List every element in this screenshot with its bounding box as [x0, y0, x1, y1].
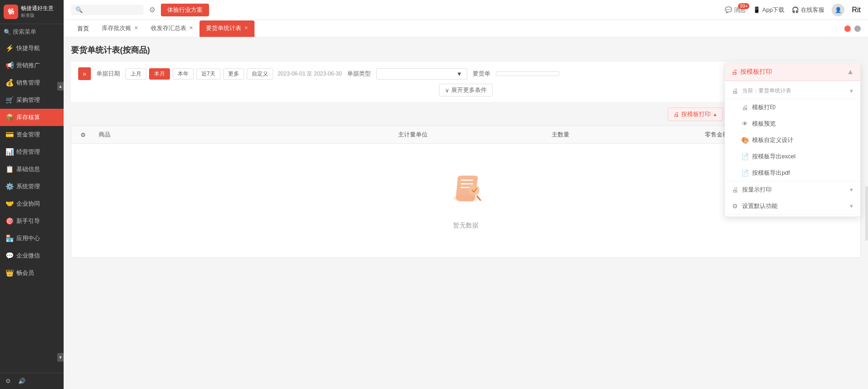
tab-order-stats[interactable]: 要货单统计表 ✕: [200, 20, 254, 37]
dropdown-title-label: 按模板打印: [740, 68, 772, 76]
sidebar-item-sales[interactable]: 💰 销售管理: [0, 74, 64, 91]
collab-icon: 🤝: [5, 200, 14, 208]
print-btn-container: 🖨 按模板打印 ▲: [668, 107, 723, 121]
filter-expand-toggle[interactable]: »: [78, 67, 91, 80]
date-more-btn[interactable]: 更多: [223, 68, 244, 80]
dropdown-template-preview[interactable]: 👁 模板预览: [725, 116, 860, 132]
sidebar-item-member[interactable]: 👑 畅会员: [0, 264, 64, 282]
dropdown-template-section: 🖨 模板打印 👁 模板预览 🎨 模板自定义设计 📄 按模板导出excel: [725, 99, 860, 182]
sidebar-item-quick-nav[interactable]: ⚡ 快捷导航: [0, 40, 64, 57]
topbar-search-box[interactable]: 🔍: [71, 5, 144, 15]
sidebar-item-system[interactable]: ⚙️ 系统管理: [0, 178, 64, 195]
sidebar-item-operation[interactable]: 📊 经营管理: [0, 143, 64, 161]
date-7days-btn[interactable]: 近7天: [196, 68, 220, 80]
sidebar-item-marketing-label: 营销推广: [16, 61, 40, 70]
template-excel-label: 按模板导出excel: [752, 152, 854, 161]
sidebar-footer: ⚙ 🔊: [0, 373, 64, 389]
win-max-btn[interactable]: [854, 25, 861, 32]
template-design-icon: 🎨: [741, 136, 748, 144]
print-button[interactable]: 🖨 按模板打印 ▲: [668, 107, 723, 121]
download-icon: 📱: [753, 6, 760, 13]
tab-inventory-batch[interactable]: 库存批次账 ✕: [95, 20, 145, 37]
sidebar-item-appstore[interactable]: 🏪 应用中心: [0, 230, 64, 247]
type-filter-select[interactable]: ▼: [376, 68, 467, 80]
topbar-gear-icon[interactable]: ⚙: [149, 5, 155, 14]
tab-home[interactable]: 首页: [71, 21, 95, 36]
th-goods: 商品: [95, 131, 394, 139]
th-settings[interactable]: ⚙: [77, 131, 95, 138]
sidebar-scroll-down[interactable]: ▼: [57, 353, 64, 362]
sidebar-scroll-up[interactable]: ▲: [57, 82, 64, 91]
dropdown-display-section: 🖨 按显示打印 ▼ ⚙ 设置默认功能 ▼: [725, 182, 860, 215]
sidebar-item-finance-label: 资金管理: [16, 131, 40, 139]
app-download-label: App下载: [762, 6, 784, 14]
dropdown-current-item[interactable]: 🖨 当前：要货单统计表 ▼: [725, 83, 860, 99]
basic-icon: 📋: [5, 165, 14, 173]
messages-button[interactable]: 💬 消息 99+: [725, 6, 746, 14]
dropdown-print-icon: 🖨: [731, 68, 738, 76]
display-print-arrow: ▼: [849, 187, 854, 192]
svg-point-1: [469, 185, 479, 196]
expand-btn-label: 展开更多条件: [451, 86, 487, 94]
date-curr-month-btn[interactable]: 本月: [149, 68, 170, 80]
app-badge: 标准版: [21, 12, 54, 19]
tab-order-stats-close[interactable]: ✕: [244, 25, 248, 31]
tab-receipt-summary[interactable]: 收发存汇总表 ✕: [145, 20, 200, 37]
print-btn-label: 按模板打印: [681, 110, 711, 118]
footer-sound-icon[interactable]: 🔊: [18, 378, 25, 384]
date-custom-btn[interactable]: 自定义: [247, 68, 273, 80]
sidebar-item-inventory[interactable]: 📦 库存核算: [0, 109, 64, 126]
template-preview-icon: 👁: [741, 120, 748, 127]
require-input[interactable]: [496, 71, 559, 76]
win-close-btn[interactable]: [844, 25, 851, 32]
expand-down-icon: ∨: [445, 87, 449, 94]
message-icon: 💬: [725, 6, 732, 13]
date-curr-year-btn[interactable]: 本年: [173, 68, 194, 80]
tab-receipt-summary-close[interactable]: ✕: [189, 25, 193, 31]
sidebar-nav: ⚡ 快捷导航 📢 营销推广 💰 销售管理 🛒 采购管理 📦 库存核算 💳 资金管…: [0, 40, 64, 373]
page-scrollbar[interactable]: [865, 186, 868, 241]
finance-icon: 💳: [5, 131, 14, 139]
wechat-icon: 💬: [5, 252, 14, 260]
member-icon: 👑: [5, 269, 14, 277]
system-icon: ⚙️: [5, 182, 14, 191]
footer-settings-icon[interactable]: ⚙: [5, 378, 11, 384]
sidebar-item-purchase[interactable]: 🛒 采购管理: [0, 91, 64, 109]
date-prev-month-btn[interactable]: 上月: [125, 68, 146, 80]
expand-toggle-icon: »: [83, 70, 86, 77]
customer-service-button[interactable]: 🎧 在线客服: [792, 6, 824, 14]
messages-badge: 99+: [738, 3, 749, 9]
current-item-label: 当前：要货单统计表: [742, 87, 845, 95]
dropdown-template-pdf[interactable]: 📄 按模板导出pdf: [725, 165, 860, 181]
tab-inventory-batch-close[interactable]: ✕: [134, 25, 138, 31]
sidebar-item-quick-nav-label: 快捷导航: [16, 44, 40, 52]
tab-order-stats-label: 要货单统计表: [206, 24, 241, 32]
dropdown-close-btn[interactable]: ▲: [847, 68, 854, 76]
app-download-button[interactable]: 📱 App下载: [753, 6, 784, 14]
sidebar-item-guide[interactable]: 🎯 新手引导: [0, 212, 64, 230]
sidebar-item-finance[interactable]: 💳 资金管理: [0, 126, 64, 143]
sidebar-item-collab[interactable]: 🤝 企业协同: [0, 195, 64, 212]
quick-nav-icon: ⚡: [5, 44, 14, 52]
dropdown-title: 🖨 按模板打印: [731, 68, 772, 76]
sidebar-item-sales-label: 销售管理: [16, 79, 40, 87]
dropdown-template-print[interactable]: 🖨 模板打印: [725, 99, 860, 116]
sidebar-item-wechat-label: 企业微信: [16, 252, 40, 260]
dropdown-default-func[interactable]: ⚙ 设置默认功能 ▼: [725, 198, 860, 214]
display-print-icon: 🖨: [731, 186, 738, 193]
main-content: 🔍 ⚙ 体验行业方案 💬 消息 99+ 📱 App下载 🎧 在线客服 👤 Rit: [64, 0, 868, 389]
dropdown-display-print[interactable]: 🖨 按显示打印 ▼: [725, 182, 860, 198]
sidebar-item-basic[interactable]: 📋 基础信息: [0, 161, 64, 178]
expand-more-btn[interactable]: ∨ 展开更多条件: [439, 84, 493, 96]
topbar-right: 💬 消息 99+ 📱 App下载 🎧 在线客服 👤 Rit: [725, 4, 861, 16]
search-icon: 🔍: [4, 29, 11, 35]
trial-button[interactable]: 体验行业方案: [161, 4, 209, 16]
sidebar-item-marketing[interactable]: 📢 营销推广: [0, 57, 64, 74]
user-avatar[interactable]: 👤: [832, 4, 844, 16]
dropdown-current-section: 🖨 当前：要货单统计表 ▼: [725, 83, 860, 99]
dropdown-template-excel[interactable]: 📄 按模板导出excel: [725, 148, 860, 165]
sidebar-item-wechat[interactable]: 💬 企业微信: [0, 247, 64, 264]
sidebar-item-basic-label: 基础信息: [16, 165, 40, 173]
sidebar-search[interactable]: 🔍 搜索菜单: [0, 24, 64, 40]
dropdown-template-design[interactable]: 🎨 模板自定义设计: [725, 132, 860, 148]
